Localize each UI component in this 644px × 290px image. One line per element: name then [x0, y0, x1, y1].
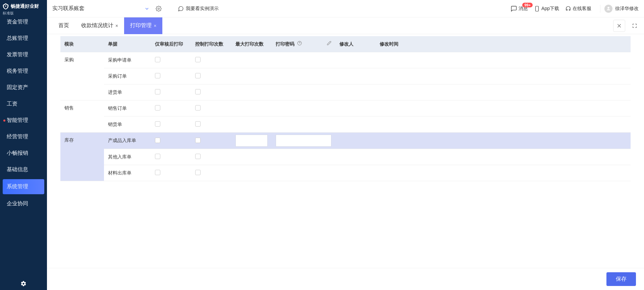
sidebar-item[interactable]: 智能管理: [0, 112, 47, 129]
sidebar-nav: 资金管理总账管理发票管理税务管理固定资产工资智能管理经营管理小畅报销基础信息系统…: [0, 18, 47, 277]
limit-checkbox[interactable]: [195, 154, 201, 159]
table-row: 材料出库单: [60, 165, 631, 181]
max-print-input[interactable]: [235, 135, 268, 147]
sidebar-item[interactable]: 企业协同: [0, 196, 47, 212]
brand-area: 畅捷通好业财 标准版: [0, 0, 47, 17]
th-max: 最大打印次数: [231, 36, 272, 52]
module-cell: 库存: [60, 133, 104, 181]
doc-cell: 销售订单: [104, 100, 151, 117]
sidebar-item-label: 基础信息: [7, 166, 28, 173]
limit-checkbox[interactable]: [195, 57, 201, 62]
sidebar-item[interactable]: 总账管理: [0, 30, 47, 47]
account-settings-icon[interactable]: [156, 6, 162, 12]
chevron-down-icon: [144, 6, 150, 11]
sidebar: 畅捷通好业财 标准版 资金管理总账管理发票管理税务管理固定资产工资智能管理经营管…: [0, 0, 47, 290]
sidebar-item-label: 发票管理: [7, 51, 28, 58]
sidebar-item[interactable]: 基础信息: [0, 161, 47, 178]
after-audit-checkbox[interactable]: [155, 138, 160, 143]
tab[interactable]: 收款情况统计×: [75, 17, 124, 34]
sidebar-item[interactable]: 工资: [0, 96, 47, 112]
after-audit-checkbox[interactable]: [155, 154, 160, 159]
app-download-label: App下载: [541, 6, 559, 12]
th-modifier: 修改人: [335, 36, 376, 52]
notification-dot-icon: [3, 120, 5, 122]
svg-point-0: [5, 5, 6, 7]
svg-rect-2: [536, 6, 539, 11]
messages-badge: 99+: [522, 3, 533, 7]
after-audit-checkbox[interactable]: [155, 170, 160, 175]
doc-cell: 其他入库单: [104, 149, 151, 165]
edition-badge: 标准版: [3, 11, 45, 16]
app-download-button[interactable]: App下载: [534, 6, 559, 12]
doc-cell: 销货单: [104, 117, 151, 133]
sidebar-settings-icon[interactable]: [20, 281, 26, 287]
th-password: 打印密码: [272, 36, 335, 52]
sidebar-item-label: 小畅报销: [7, 150, 28, 157]
mobile-icon: [534, 6, 540, 12]
fullscreen-button[interactable]: [629, 20, 641, 32]
sidebar-item[interactable]: 经营管理: [0, 129, 47, 145]
password-input[interactable]: [276, 135, 331, 147]
sidebar-item-label: 系统管理: [7, 183, 28, 190]
tab[interactable]: 首页: [52, 17, 75, 34]
after-audit-checkbox[interactable]: [155, 121, 160, 127]
tabs-bar: 首页收款情况统计×打印管理×: [47, 17, 644, 34]
help-icon[interactable]: [297, 41, 302, 47]
user-name: 徐泽华修改: [615, 6, 639, 12]
after-audit-checkbox[interactable]: [155, 73, 160, 78]
messages-button[interactable]: 消息 99+: [511, 5, 528, 12]
after-audit-checkbox[interactable]: [155, 89, 160, 94]
tab[interactable]: 打印管理×: [124, 17, 162, 34]
edit-column-icon[interactable]: [327, 41, 331, 46]
account-selector[interactable]: 实习联系账套: [52, 5, 150, 12]
limit-checkbox[interactable]: [195, 138, 201, 143]
tab-close-icon[interactable]: ×: [115, 23, 118, 28]
table-row: 库存产成品入库单: [60, 133, 631, 149]
doc-cell: 材料出库单: [104, 165, 151, 181]
sidebar-item[interactable]: 小畅报销: [0, 145, 47, 161]
after-audit-checkbox[interactable]: [155, 105, 160, 111]
account-name: 实习联系账套: [52, 5, 85, 12]
module-cell: 销售: [60, 100, 104, 133]
chat-icon: [178, 6, 184, 12]
doc-cell: 产成品入库单: [104, 133, 151, 149]
save-button[interactable]: 保存: [606, 272, 636, 286]
tab-label: 收款情况统计: [81, 22, 113, 29]
th-doc: 单据: [104, 36, 151, 52]
support-label: 在线客服: [573, 6, 591, 12]
tab-label: 首页: [58, 22, 69, 29]
sidebar-item[interactable]: 税务管理: [0, 63, 47, 79]
support-button[interactable]: 在线客服: [565, 6, 591, 12]
doc-cell: 采购订单: [104, 68, 151, 84]
table-row: 进货单: [60, 84, 631, 100]
table-row: 销售销售订单: [60, 100, 631, 117]
sidebar-item-label: 企业协同: [7, 200, 28, 207]
th-module: 模块: [60, 36, 104, 52]
print-settings-table: 模块 单据 仅审核后打印 控制打印次数 最大打印次数 打印密码: [60, 36, 631, 181]
sidebar-item[interactable]: 系统管理: [3, 179, 44, 194]
limit-checkbox[interactable]: [195, 105, 201, 111]
brand-logo-icon: [2, 3, 9, 10]
sidebar-item-label: 智能管理: [7, 117, 28, 124]
sidebar-item[interactable]: 固定资产: [0, 79, 47, 96]
sidebar-item-label: 总账管理: [7, 35, 28, 42]
tab-close-icon[interactable]: ×: [154, 23, 156, 28]
sidebar-item-label: 资金管理: [7, 18, 28, 25]
close-all-tabs-button[interactable]: [613, 20, 625, 32]
limit-checkbox[interactable]: [195, 121, 201, 127]
limit-checkbox[interactable]: [195, 73, 201, 78]
user-menu[interactable]: 徐泽华修改: [600, 5, 639, 13]
limit-checkbox[interactable]: [195, 170, 201, 175]
sidebar-item-label: 税务管理: [7, 68, 28, 75]
sidebar-item[interactable]: 发票管理: [0, 47, 47, 63]
sidebar-item-label: 固定资产: [7, 84, 28, 91]
limit-checkbox[interactable]: [195, 89, 201, 94]
demo-link[interactable]: 我要看实例演示: [178, 6, 219, 12]
sidebar-item[interactable]: 资金管理: [0, 18, 47, 30]
after-audit-checkbox[interactable]: [155, 57, 160, 62]
table-row: 采购订单: [60, 68, 631, 84]
headset-icon: [565, 6, 571, 12]
th-limit: 控制打印次数: [191, 36, 231, 52]
th-after-audit: 仅审核后打印: [151, 36, 191, 52]
doc-cell: 进货单: [104, 84, 151, 100]
